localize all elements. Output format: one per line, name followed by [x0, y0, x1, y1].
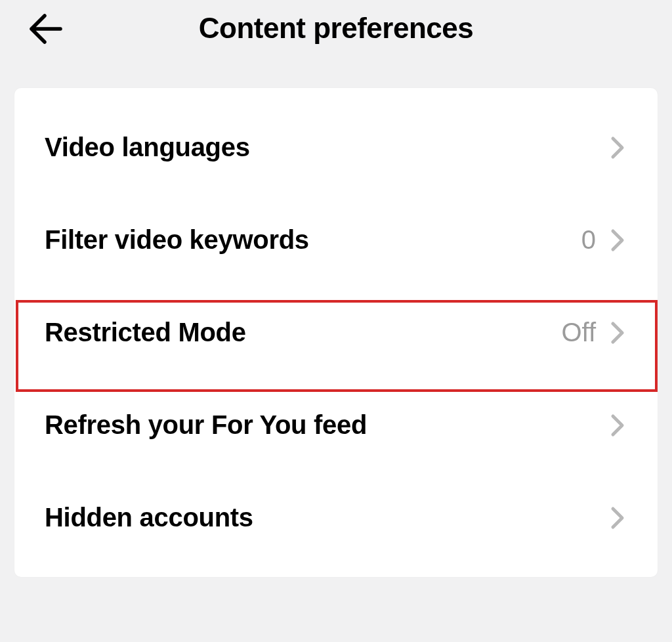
list-item-right: 0: [581, 225, 626, 255]
list-item-value: Off: [561, 318, 596, 347]
settings-card: Video languages Filter video keywords 0 …: [14, 88, 658, 577]
list-item-value: 0: [581, 225, 596, 255]
header-bar: Content preferences: [0, 0, 672, 58]
list-item-right: Off: [561, 318, 626, 347]
chevron-right-icon: [609, 227, 626, 253]
back-arrow-icon: [26, 11, 63, 47]
list-item-label: Hidden accounts: [45, 503, 253, 532]
list-item-right: [609, 412, 626, 439]
list-item-right: [609, 135, 626, 161]
list-item-label: Refresh your For You feed: [45, 410, 367, 440]
list-item-right: [609, 505, 626, 531]
list-item-refresh-for-you[interactable]: Refresh your For You feed: [14, 379, 658, 471]
list-item-hidden-accounts[interactable]: Hidden accounts: [14, 471, 658, 564]
chevron-right-icon: [609, 320, 626, 346]
list-item-label: Video languages: [45, 133, 250, 162]
list-item-restricted-mode[interactable]: Restricted Mode Off: [14, 286, 658, 379]
list-item-label: Restricted Mode: [45, 318, 246, 347]
list-item-video-languages[interactable]: Video languages: [14, 101, 658, 194]
chevron-right-icon: [609, 412, 626, 439]
back-button[interactable]: [25, 9, 64, 49]
chevron-right-icon: [609, 135, 626, 161]
page-title: Content preferences: [16, 12, 656, 45]
list-item-filter-video-keywords[interactable]: Filter video keywords 0: [14, 194, 658, 286]
list-item-label: Filter video keywords: [45, 225, 309, 255]
chevron-right-icon: [609, 505, 626, 531]
